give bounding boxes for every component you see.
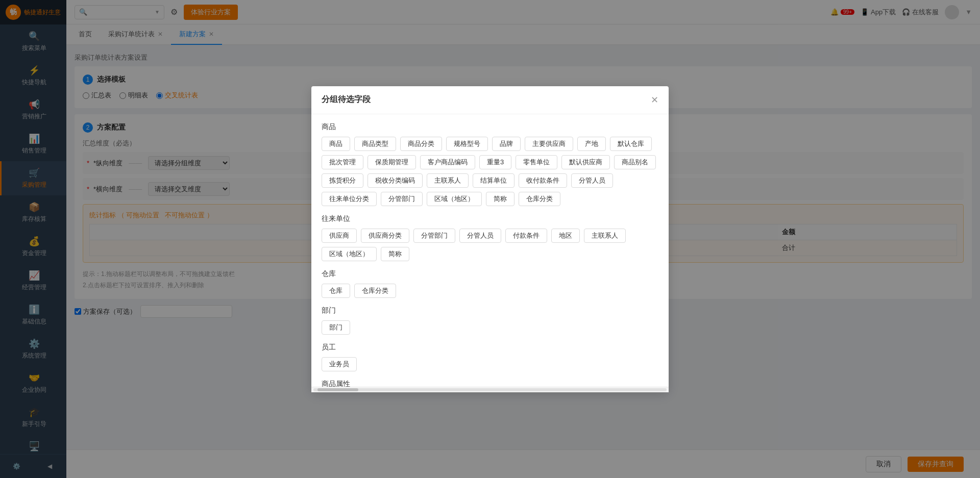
field-tag-0-6[interactable]: 产地 bbox=[577, 137, 606, 151]
scroll-track bbox=[313, 388, 667, 391]
scroll-thumb bbox=[317, 388, 358, 391]
field-tag-0-13[interactable]: 默认供应商 bbox=[561, 155, 610, 169]
field-tag-0-12[interactable]: 零售单位 bbox=[516, 155, 557, 169]
field-tag-0-3[interactable]: 规格型号 bbox=[446, 137, 488, 151]
field-tag-1-3[interactable]: 分管人员 bbox=[459, 229, 501, 243]
field-tag-1-4[interactable]: 付款条件 bbox=[505, 229, 547, 243]
field-tag-0-18[interactable]: 结算单位 bbox=[473, 173, 514, 188]
field-category-1: 往来单位供应商供应商分类分管部门分管人员付款条件地区主联系人区域（地区）简称 bbox=[322, 214, 658, 261]
field-tag-0-14[interactable]: 商品别名 bbox=[614, 155, 656, 169]
field-tag-1-0[interactable]: 供应商 bbox=[322, 229, 357, 243]
field-tag-1-8[interactable]: 简称 bbox=[381, 247, 409, 261]
field-tag-4-0[interactable]: 业务员 bbox=[322, 357, 357, 371]
field-category-title-0: 商品 bbox=[322, 122, 658, 132]
field-tag-2-0[interactable]: 仓库 bbox=[322, 284, 350, 298]
field-tag-0-7[interactable]: 默认仓库 bbox=[610, 137, 652, 151]
field-tag-0-4[interactable]: 品牌 bbox=[492, 137, 521, 151]
field-category-title-3: 部门 bbox=[322, 306, 658, 315]
field-tag-1-6[interactable]: 主联系人 bbox=[584, 229, 626, 243]
field-tag-1-1[interactable]: 供应商分类 bbox=[361, 229, 409, 243]
field-tags-2: 仓库仓库分类 bbox=[322, 284, 658, 298]
field-category-title-2: 仓库 bbox=[322, 269, 658, 279]
field-tag-0-22[interactable]: 分管部门 bbox=[381, 192, 423, 206]
modal-body: 商品商品商品类型商品分类规格型号品牌主要供应商产地默认仓库批次管理保质期管理客户… bbox=[311, 114, 669, 387]
field-tag-0-2[interactable]: 商品分类 bbox=[400, 137, 442, 151]
field-tags-1: 供应商供应商分类分管部门分管人员付款条件地区主联系人区域（地区）简称 bbox=[322, 229, 658, 261]
field-tag-0-23[interactable]: 区域（地区） bbox=[427, 192, 482, 206]
field-tag-0-5[interactable]: 主要供应商 bbox=[525, 137, 573, 151]
field-tag-0-21[interactable]: 往来单位分类 bbox=[322, 192, 377, 206]
field-tags-3: 部门 bbox=[322, 320, 658, 335]
field-tag-0-16[interactable]: 税收分类编码 bbox=[368, 173, 423, 188]
field-tag-2-1[interactable]: 仓库分类 bbox=[354, 284, 396, 298]
field-tag-0-20[interactable]: 分管人员 bbox=[571, 173, 613, 188]
field-category-title-1: 往来单位 bbox=[322, 214, 658, 223]
modal-horizontal-scrollbar[interactable] bbox=[311, 387, 669, 392]
field-tag-0-11[interactable]: 重量3 bbox=[479, 155, 511, 169]
field-tag-0-0[interactable]: 商品 bbox=[322, 137, 350, 151]
field-category-title-5: 商品属性 bbox=[322, 380, 658, 387]
modal-title: 分组待选字段 bbox=[322, 94, 371, 105]
field-tags-4: 业务员 bbox=[322, 357, 658, 371]
field-tags-0: 商品商品类型商品分类规格型号品牌主要供应商产地默认仓库批次管理保质期管理客户商品… bbox=[322, 137, 658, 206]
modal-dialog: 分组待选字段 ✕ 商品商品商品类型商品分类规格型号品牌主要供应商产地默认仓库批次… bbox=[311, 86, 669, 392]
field-tag-0-9[interactable]: 保质期管理 bbox=[368, 155, 416, 169]
field-tag-0-8[interactable]: 批次管理 bbox=[322, 155, 363, 169]
field-tag-0-19[interactable]: 收付款条件 bbox=[519, 173, 567, 188]
field-category-3: 部门部门 bbox=[322, 306, 658, 335]
modal-overlay: 分组待选字段 ✕ 商品商品商品类型商品分类规格型号品牌主要供应商产地默认仓库批次… bbox=[0, 0, 980, 478]
field-tag-3-0[interactable]: 部门 bbox=[322, 320, 350, 335]
field-tag-0-25[interactable]: 仓库分类 bbox=[519, 192, 560, 206]
field-tag-0-1[interactable]: 商品类型 bbox=[354, 137, 396, 151]
field-tag-0-17[interactable]: 主联系人 bbox=[427, 173, 469, 188]
field-category-2: 仓库仓库仓库分类 bbox=[322, 269, 658, 298]
field-category-0: 商品商品商品类型商品分类规格型号品牌主要供应商产地默认仓库批次管理保质期管理客户… bbox=[322, 122, 658, 206]
field-tag-1-7[interactable]: 区域（地区） bbox=[322, 247, 377, 261]
field-category-5: 商品属性属性颜色多规格尺码鞋码1 bbox=[322, 380, 658, 387]
field-category-title-4: 员工 bbox=[322, 343, 658, 352]
field-tag-1-2[interactable]: 分管部门 bbox=[413, 229, 455, 243]
modal-close-icon[interactable]: ✕ bbox=[651, 94, 658, 106]
field-tag-1-5[interactable]: 地区 bbox=[551, 229, 580, 243]
field-tag-0-24[interactable]: 简称 bbox=[486, 192, 514, 206]
field-tag-0-10[interactable]: 客户商品编码 bbox=[420, 155, 475, 169]
field-category-4: 员工业务员 bbox=[322, 343, 658, 371]
field-tag-0-15[interactable]: 拣货积分 bbox=[322, 173, 363, 188]
modal-header: 分组待选字段 ✕ bbox=[311, 86, 669, 114]
